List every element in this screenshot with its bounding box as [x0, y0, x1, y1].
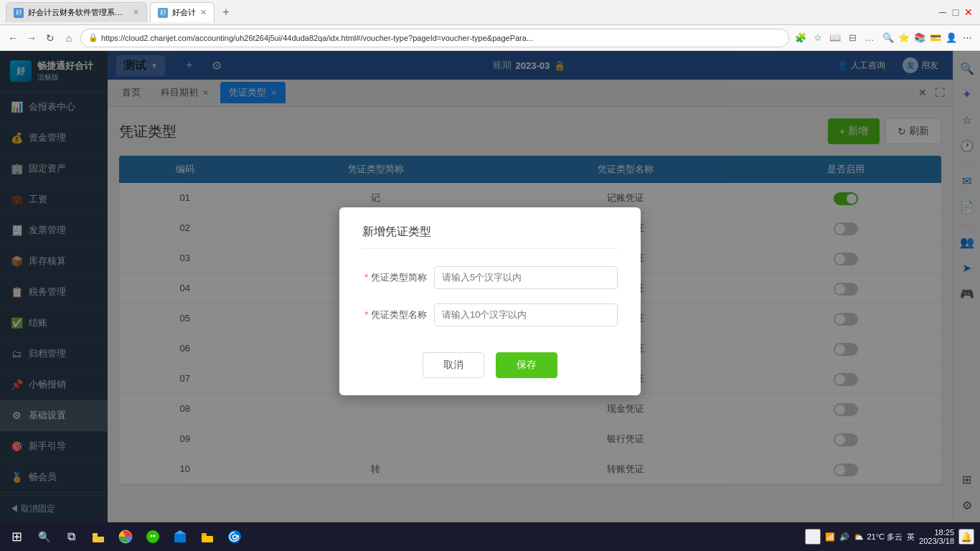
back-button[interactable]: ← [6, 31, 20, 45]
short-name-label-text: 凭证类型简称 [371, 272, 427, 283]
edge-more-icon[interactable]: ⋯ [960, 31, 974, 45]
browser-tab-1[interactable]: 好 好会计云财务软件管理系统_会计 ✕ [6, 2, 147, 22]
tab-bar: 好 好会计云财务软件管理系统_会计 ✕ 好 好会计 ✕ + [6, 2, 931, 22]
edge-wallet-icon[interactable]: 💳 [928, 31, 943, 45]
svg-rect-1 [93, 537, 104, 542]
tab-favicon-2: 好 [158, 8, 168, 18]
tab-close-2[interactable]: ✕ [200, 8, 207, 17]
taskbar-task-view[interactable]: ⧉ [60, 526, 82, 547]
short-name-required-star: * [364, 272, 368, 283]
refresh-button[interactable]: ↻ [43, 31, 57, 45]
short-name-input[interactable] [434, 266, 618, 289]
weather-widget: ⛅ 21°C 多云 [854, 532, 903, 542]
new-voucher-type-modal: 新增凭证类型 * 凭证类型简称 * 凭证类型名称 取消 保存 [339, 207, 641, 395]
new-tab-button[interactable]: + [217, 4, 235, 21]
modal-footer: 取消 保存 [362, 341, 618, 378]
cancel-button[interactable]: 取消 [423, 352, 484, 378]
split-view-icon[interactable]: ⊟ [845, 31, 859, 45]
volume-icon: 🔊 [839, 532, 849, 542]
language-indicator: 英 [907, 532, 915, 542]
svg-rect-7 [174, 534, 186, 542]
full-name-row: * 凭证类型名称 [362, 303, 618, 326]
taskbar: ⊞ 🔍 ⧉ ^ 📶 🔊 ⛅ 21°C 多云 英 18:25 2023/3/18 … [0, 522, 980, 551]
edge-collections-icon[interactable]: 📚 [913, 31, 927, 45]
browser-tab-2[interactable]: 好 好会计 ✕ [150, 2, 215, 22]
taskbar-clock: 18:25 2023/3/18 [919, 528, 954, 545]
edge-favorites-star-icon[interactable]: ⭐ [897, 31, 911, 45]
taskbar-file-explorer[interactable] [88, 526, 109, 547]
taskbar-folder-icon[interactable] [197, 526, 218, 547]
url-box[interactable]: 🔒 https://cloud2.chanjet.com/accounting/… [80, 29, 789, 47]
browser-actions-icon[interactable]: … [862, 31, 877, 45]
read-mode-icon[interactable]: 📖 [828, 31, 842, 45]
start-button[interactable]: ⊞ [6, 526, 27, 547]
modal-overlay: 新增凭证类型 * 凭证类型简称 * 凭证类型名称 取消 保存 [0, 51, 980, 551]
date-display: 2023/3/18 [919, 537, 954, 545]
weather-text: 21°C 多云 [867, 532, 903, 542]
address-bar-icons: 🧩 ☆ 📖 ⊟ … [793, 31, 877, 45]
browser-chrome: 好 好会计云财务软件管理系统_会计 ✕ 好 好会计 ✕ + ─ □ ✕ [0, 0, 980, 25]
save-button[interactable]: 保存 [496, 352, 557, 378]
lock-icon: 🔒 [88, 33, 98, 42]
minimize-button[interactable]: ─ [937, 6, 948, 18]
address-bar: ← → ↻ ⌂ 🔒 https://cloud2.chanjet.com/acc… [0, 25, 980, 51]
edge-sidebar-icons: 🔍 ⭐ 📚 💳 👤 ⋯ [881, 31, 974, 45]
tab-close-1[interactable]: ✕ [133, 8, 139, 17]
taskbar-chevron-btn[interactable]: ^ [805, 529, 821, 545]
extensions-icon[interactable]: 🧩 [793, 31, 808, 45]
full-name-label: * 凭证类型名称 [362, 309, 434, 321]
taskbar-tray: ^ 📶 🔊 ⛅ 21°C 多云 英 18:25 2023/3/18 🔔 [805, 528, 974, 545]
tab-label-1: 好会计云财务软件管理系统_会计 [28, 7, 128, 18]
short-name-row: * 凭证类型简称 [362, 266, 618, 289]
favorites-icon[interactable]: ☆ [811, 31, 825, 45]
taskbar-wechat-icon[interactable] [142, 526, 164, 547]
edge-search-icon[interactable]: 🔍 [881, 31, 895, 45]
svg-point-6 [154, 535, 156, 537]
full-name-label-text: 凭证类型名称 [371, 309, 427, 320]
svg-rect-10 [202, 536, 213, 542]
wifi-icon: 📶 [825, 532, 835, 542]
taskbar-edge-icon[interactable] [224, 526, 245, 547]
tab-favicon-1: 好 [14, 8, 24, 18]
short-name-label: * 凭证类型简称 [362, 271, 434, 284]
weather-icon: ⛅ [854, 532, 864, 542]
url-text: https://cloud2.chanjet.com/accounting/uh… [101, 34, 781, 42]
taskbar-store-icon[interactable] [169, 526, 191, 547]
modal-title: 新增凭证类型 [362, 225, 618, 249]
svg-point-4 [146, 530, 159, 543]
time-display: 18:25 [934, 528, 954, 537]
close-button[interactable]: ✕ [963, 6, 974, 18]
forward-button[interactable]: → [24, 31, 39, 45]
svg-point-5 [151, 535, 153, 537]
svg-rect-0 [93, 533, 98, 537]
notification-button[interactable]: 🔔 [958, 529, 974, 545]
taskbar-search-button[interactable]: 🔍 [33, 526, 55, 547]
svg-marker-8 [174, 530, 186, 534]
home-button[interactable]: ⌂ [62, 31, 76, 45]
full-name-input[interactable] [434, 303, 618, 326]
full-name-required-star: * [364, 309, 368, 320]
tab-label-2: 好会计 [172, 7, 196, 18]
taskbar-chrome-icon[interactable] [115, 526, 136, 547]
maximize-button[interactable]: □ [950, 6, 961, 18]
edge-profile-icon[interactable]: 👤 [944, 31, 958, 45]
